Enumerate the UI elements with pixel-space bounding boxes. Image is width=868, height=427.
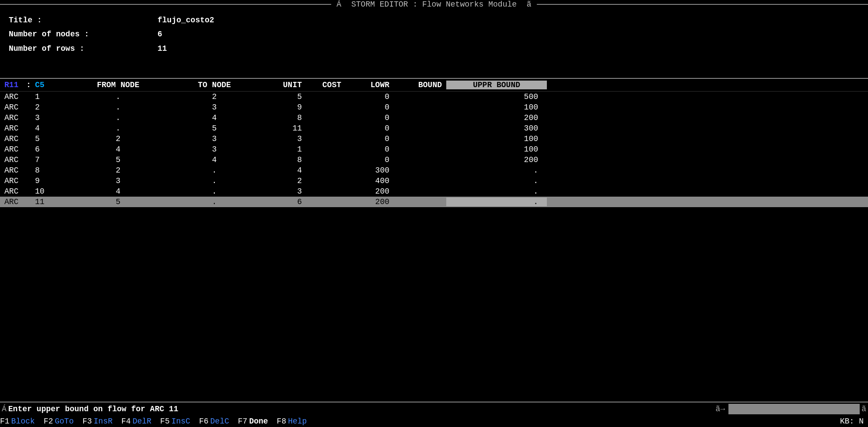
row-arc: ARC	[4, 198, 35, 206]
row-arc: ARC	[4, 145, 35, 154]
row-arc: ARC	[4, 187, 35, 196]
row-from: .	[70, 103, 166, 112]
row-uppr: 100	[446, 145, 547, 154]
row-unit-cost: 5	[262, 92, 306, 101]
status-line: Á Enter upper bound on flow for ARC 11 ã…	[0, 402, 868, 416]
row-lowr: 0	[350, 155, 394, 164]
row-uppr: 500	[446, 92, 547, 101]
title-text: STORM EDITOR : Flow Networks Module	[344, 0, 524, 9]
row-unit-cost: 3	[262, 187, 306, 196]
header-uppr-bound: UPPR BOUND	[446, 81, 547, 89]
f7-label[interactable]: Done	[249, 417, 268, 426]
table-row[interactable]: ARC 9 3 . 2 400 .	[0, 176, 868, 186]
row-to: .	[166, 166, 262, 175]
row-uppr: 200	[446, 113, 547, 122]
f4-label[interactable]: DelR	[133, 417, 151, 426]
row-uppr: 100	[446, 103, 547, 112]
row-arc: ARC	[4, 103, 35, 112]
row-arc: ARC	[4, 134, 35, 143]
header-unit: UNIT	[262, 81, 306, 89]
row-to: 2	[166, 92, 262, 101]
table-row[interactable]: ARC 11 5 . 6 200 .	[0, 197, 868, 207]
f4-key: F4	[121, 417, 131, 426]
row-from: 4	[70, 187, 166, 196]
status-end: ã	[860, 405, 868, 413]
header-to-node: TO NODE	[166, 81, 262, 89]
header-bound: BOUND	[394, 81, 446, 89]
title-line: Title : flujo_costo2	[9, 13, 859, 27]
title-value: flujo_costo2	[158, 16, 214, 25]
f6-key: F6	[199, 417, 209, 426]
table-header: R11 : C5 FROM NODE TO NODE UNIT COST LOW…	[0, 79, 868, 92]
table-row[interactable]: ARC 8 2 . 4 300 .	[0, 165, 868, 176]
row-from: .	[70, 124, 166, 133]
row-uppr: .	[446, 187, 547, 196]
header-cost: COST	[306, 81, 350, 89]
title-bar: Á STORM EDITOR : Flow Networks Module ã	[0, 0, 868, 9]
rows-value: 11	[158, 44, 167, 53]
f2-label[interactable]: GoTo	[55, 417, 74, 426]
row-unit-cost: 6	[262, 198, 306, 206]
table-row[interactable]: ARC 7 5 4 8 0 200	[0, 155, 868, 165]
nodes-label: Number of nodes :	[9, 27, 158, 41]
row-uppr: .	[446, 176, 547, 185]
status-arrow: ã→	[712, 405, 729, 413]
row-lowr: 0	[350, 124, 394, 133]
f3-label[interactable]: InsR	[94, 417, 112, 426]
row-from: 2	[70, 166, 166, 175]
f3-key: F3	[82, 417, 92, 426]
row-uppr: 200	[446, 155, 547, 164]
row-from: 2	[70, 134, 166, 143]
row-from: 5	[70, 155, 166, 164]
row-unit-cost: 1	[262, 145, 306, 154]
table-row[interactable]: ARC 4 . 5 11 0 300	[0, 123, 868, 134]
table-row[interactable]: ARC 10 4 . 3 200 .	[0, 186, 868, 197]
row-to: .	[166, 176, 262, 185]
editor-section: R11 : C5 FROM NODE TO NODE UNIT COST LOW…	[0, 79, 868, 402]
table-row[interactable]: ARC 3 . 4 8 0 200	[0, 113, 868, 123]
row-num: 9	[35, 176, 70, 185]
row-num: 10	[35, 187, 70, 196]
row-uppr: 100	[446, 134, 547, 143]
table-row[interactable]: ARC 5 2 3 3 0 100	[0, 134, 868, 144]
row-from: 5	[70, 198, 166, 206]
status-input[interactable]	[728, 404, 860, 414]
row-from: .	[70, 92, 166, 101]
row-unit-cost: 8	[262, 155, 306, 164]
row-lowr: 0	[350, 113, 394, 122]
f1-label[interactable]: Block	[11, 417, 35, 426]
nodes-value: 6	[158, 30, 162, 39]
f6-label[interactable]: DelC	[210, 417, 229, 426]
row-unit-cost: 3	[262, 134, 306, 143]
rows-line: Number of rows :11	[9, 42, 859, 56]
row-to: 3	[166, 103, 262, 112]
table-row[interactable]: ARC 6 4 3 1 0 100	[0, 144, 868, 155]
row-to: .	[166, 187, 262, 196]
table-row[interactable]: ARC 2 . 3 9 0 100	[0, 102, 868, 113]
title-right-corner: ã	[524, 0, 534, 9]
f8-label[interactable]: Help	[288, 417, 307, 426]
row-lowr: 200	[350, 187, 394, 196]
row-to: 4	[166, 155, 262, 164]
row-arc: ARC	[4, 176, 35, 185]
row-lowr: 0	[350, 134, 394, 143]
f7-key: F7	[238, 417, 248, 426]
header-c5: C5	[35, 81, 70, 89]
row-lowr: 400	[350, 176, 394, 185]
f2-key: F2	[44, 417, 53, 426]
row-lowr: 200	[350, 198, 394, 206]
row-from: .	[70, 113, 166, 122]
row-arc: ARC	[4, 113, 35, 122]
header-lowr: LOWR	[350, 81, 394, 89]
row-num: 6	[35, 145, 70, 154]
table-row[interactable]: ARC 1 . 2 5 0 500	[0, 92, 868, 102]
row-arc: ARC	[4, 92, 35, 101]
header-from-node: FROM NODE	[70, 81, 166, 89]
f5-label[interactable]: InsC	[172, 417, 190, 426]
row-from: 3	[70, 176, 166, 185]
f8-key: F8	[277, 417, 287, 426]
function-bar: F1 Block F2 GoTo F3 InsR F4 DelR F5 InsC…	[0, 416, 868, 427]
app: Á STORM EDITOR : Flow Networks Module ã …	[0, 0, 868, 427]
status-left-corner: Á	[0, 405, 8, 413]
title-bar-text: Á STORM EDITOR : Flow Networks Module ã	[331, 0, 536, 9]
